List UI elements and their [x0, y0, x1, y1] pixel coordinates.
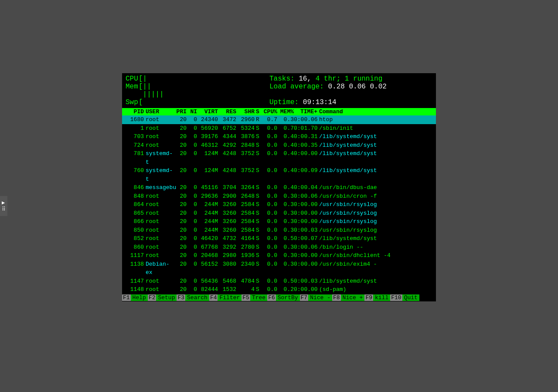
- footer-item[interactable]: F1Help: [122, 294, 148, 301]
- footer-item[interactable]: F6SortBy: [267, 294, 299, 301]
- table-row[interactable]: 866 root 20 0 244M 3260 2584 S 0.0 0.3 0…: [122, 217, 436, 226]
- footer-item[interactable]: F8Nice +: [332, 294, 364, 301]
- cpu-bar-open: [: [139, 75, 143, 83]
- footer-key: F5: [242, 294, 250, 301]
- cell-mem: 0.5: [277, 277, 294, 286]
- tasks-count: 16,: [299, 75, 315, 83]
- cell-pid: 850: [126, 226, 144, 235]
- cell-user: root: [144, 200, 174, 209]
- footer-label: Search: [185, 294, 209, 301]
- table-row[interactable]: 848 root 20 0 29636 2900 2648 S 0.0 0.3 …: [122, 192, 436, 201]
- table-row[interactable]: 846 messagebu 20 0 45116 3704 3264 S 0.0…: [122, 183, 436, 192]
- cell-time: 0:00.06: [294, 192, 317, 201]
- cell-time: 0:00.00: [294, 285, 317, 294]
- cell-pid: 866: [126, 217, 144, 226]
- cell-mem: 0.3: [277, 217, 294, 226]
- cell-cpu: 0.0: [261, 183, 277, 192]
- cell-res: 3260: [218, 200, 236, 209]
- cell-virt: 124M: [197, 166, 218, 183]
- cell-cmd: /usr/sbin/dhclient -4: [317, 251, 432, 260]
- mem-label: Mem: [126, 83, 139, 91]
- cell-mem: 0.5: [277, 234, 294, 243]
- table-row[interactable]: 1117 root 20 0 20468 2980 1936 S 0.0 0.3…: [122, 251, 436, 260]
- cell-shr: 3752: [236, 149, 255, 166]
- table-row[interactable]: 760 systemd-t 20 0 124M 4248 3752 S 0.0 …: [122, 166, 436, 183]
- cell-res: 4292: [218, 141, 236, 150]
- cell-s: S: [255, 166, 261, 183]
- table-row[interactable]: 1680 root 20 0 24340 3472 2960 R 0.7 0.3…: [122, 115, 436, 124]
- footer-item[interactable]: F4Filter: [209, 294, 242, 301]
- table-row[interactable]: 703 root 20 0 39176 4344 3876 S 0.0 0.4 …: [122, 132, 436, 141]
- cell-s: S: [255, 217, 261, 226]
- cell-pri: 20: [174, 132, 187, 141]
- cell-user: Debian-ex: [144, 260, 174, 277]
- cell-pid: 846: [126, 183, 144, 192]
- sidebar-arrow[interactable]: ▶⠿: [0, 196, 7, 216]
- cell-res: 3292: [218, 243, 236, 252]
- footer-key: F9: [364, 294, 373, 301]
- cell-shr: 4784: [236, 277, 255, 286]
- cell-virt: 46312: [197, 141, 218, 150]
- footer-label: Nice -: [308, 294, 332, 301]
- footer-item[interactable]: F7Nice -: [300, 294, 332, 301]
- table-row[interactable]: 724 root 20 0 46312 4292 2848 S 0.0 0.4 …: [122, 141, 436, 150]
- cell-res: 3260: [218, 226, 236, 235]
- footer-key: F3: [177, 294, 185, 301]
- cell-mem: 0.4: [277, 132, 294, 141]
- footer-item[interactable]: F2Setup: [148, 294, 177, 301]
- cell-res: 4344: [218, 132, 236, 141]
- cell-res: 6752: [218, 124, 236, 133]
- cell-mem: 0.4: [277, 149, 294, 166]
- footer-item[interactable]: F3Search: [177, 294, 209, 301]
- cell-pri: 20: [174, 200, 187, 209]
- cell-mem: 0.4: [277, 141, 294, 150]
- cell-s: S: [255, 234, 261, 243]
- cell-pri: 20: [174, 260, 187, 277]
- footer-item[interactable]: F5Tree: [242, 294, 267, 301]
- table-row[interactable]: 850 root 20 0 244M 3260 2584 S 0.0 0.3 0…: [122, 226, 436, 235]
- footer-item[interactable]: F9kill: [364, 294, 390, 301]
- cell-pid: 703: [126, 132, 144, 141]
- cell-res: 3472: [218, 115, 236, 124]
- cell-res: 4248: [218, 166, 236, 183]
- table-row[interactable]: 865 root 20 0 244M 3260 2584 S 0.0 0.3 0…: [122, 209, 436, 218]
- table-row[interactable]: 1148 root 20 0 82444 1532 4 S 0.0 0.2 0:…: [122, 285, 436, 294]
- cell-ni: 0: [187, 260, 197, 277]
- load-info: Load average: 0.28 0.06 0.02: [269, 83, 432, 91]
- col-header-mem: MEM%: [277, 108, 294, 115]
- cell-ni: 0: [187, 149, 197, 166]
- cell-res: 3260: [218, 217, 236, 226]
- table-row[interactable]: 1138 Debian-ex 20 0 56152 3080 2340 S 0.…: [122, 260, 436, 277]
- cell-time: 0:00.09: [294, 166, 317, 183]
- cell-virt: 82444: [197, 285, 218, 294]
- cell-user: root: [144, 115, 174, 124]
- cell-cmd: /usr/sbin/rsyslog: [317, 217, 432, 226]
- cell-ni: 0: [187, 234, 197, 243]
- cell-cpu: 0.0: [261, 251, 277, 260]
- table-row[interactable]: 852 root 20 0 46420 4732 4164 S 0.0 0.5 …: [122, 234, 436, 243]
- cell-virt: 56436: [197, 277, 218, 286]
- cell-res: 4248: [218, 149, 236, 166]
- cell-time: 0:00.00: [294, 149, 317, 166]
- cell-cmd: /lib/systemd/syst: [317, 141, 432, 150]
- table-row[interactable]: 781 systemd-t 20 0 124M 4248 3752 S 0.0 …: [122, 149, 436, 166]
- table-row[interactable]: 1 root 20 0 56920 6752 5324 S 0.0 0.7 0:…: [122, 124, 436, 133]
- table-row[interactable]: 860 root 20 0 67768 3292 2780 S 0.0 0.3 …: [122, 243, 436, 252]
- cpu-label: CPU: [126, 75, 139, 83]
- cell-s: S: [255, 260, 261, 277]
- cell-user: root: [144, 285, 174, 294]
- col-header-virt: VIRT: [197, 108, 218, 115]
- table-row[interactable]: 864 root 20 0 244M 3260 2584 S 0.0 0.3 0…: [122, 200, 436, 209]
- cell-virt: 45116: [197, 183, 218, 192]
- footer-item[interactable]: F10Quit: [390, 294, 419, 301]
- table-row[interactable]: 1147 root 20 0 56436 5468 4784 S 0.0 0.5…: [122, 277, 436, 286]
- cell-res: 4732: [218, 234, 236, 243]
- cell-user: root: [144, 243, 174, 252]
- cell-pri: 20: [174, 124, 187, 133]
- cell-pid: 781: [126, 149, 144, 166]
- cell-s: S: [255, 192, 261, 201]
- cell-s: S: [255, 149, 261, 166]
- cell-virt: 244M: [197, 226, 218, 235]
- cell-cmd: /usr/sbin/rsyslog: [317, 209, 432, 218]
- footer-label: Help: [131, 294, 148, 301]
